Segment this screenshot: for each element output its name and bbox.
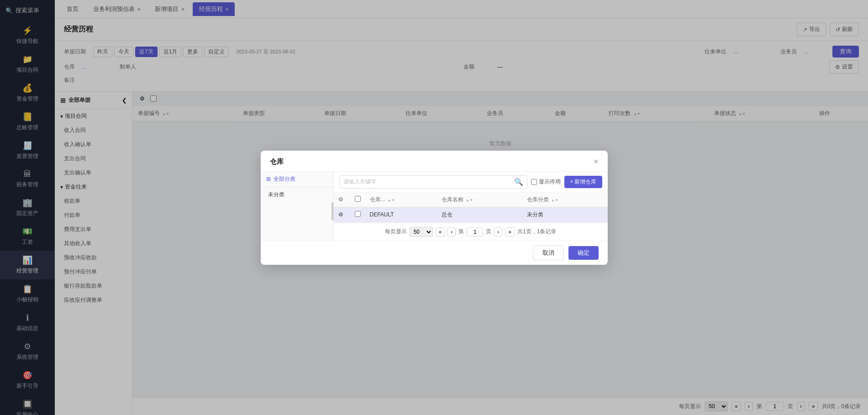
- modal-per-page-label: 每页显示: [385, 228, 407, 236]
- modal-col-settings: ⚙: [334, 193, 350, 207]
- modal-pagination: 每页显示 50 100 « ‹ 第 页 › » 共1页，1条记录: [334, 223, 608, 241]
- modal-col-checkbox: [350, 193, 365, 207]
- modal-title: 仓库: [270, 158, 284, 166]
- cancel-button[interactable]: 取消: [533, 246, 564, 260]
- show-disabled-check[interactable]: [531, 179, 537, 185]
- modal-col-code: 仓库... ▲▼: [365, 193, 437, 207]
- row-code: DEFAULT: [365, 207, 437, 222]
- modal-close-button[interactable]: ×: [594, 157, 599, 167]
- modal-total-text: 共1页，1条记录: [517, 228, 556, 236]
- modal-prev-btn[interactable]: ‹: [447, 227, 456, 236]
- left-scrollbar: [331, 202, 333, 221]
- row-checkbox[interactable]: [350, 207, 365, 222]
- row-settings[interactable]: ⚙: [334, 207, 350, 222]
- modal-actions: 取消 确定: [261, 241, 608, 265]
- modal-search-box[interactable]: 🔍: [339, 175, 528, 189]
- modal-header: 仓库 ×: [261, 151, 608, 172]
- all-categories-label: 全部分类: [274, 175, 295, 183]
- add-warehouse-button[interactable]: + 新增仓库: [564, 176, 602, 188]
- row-name: 总仓: [437, 207, 522, 222]
- modal-per-page-select[interactable]: 50 100: [410, 227, 433, 237]
- modal-overlay[interactable]: 仓库 × ⊞ 全部分类 未分类: [0, 0, 868, 415]
- grid2-icon: ⊞: [266, 176, 271, 182]
- confirm-button[interactable]: 确定: [568, 246, 599, 260]
- modal-last-btn[interactable]: »: [505, 227, 515, 236]
- modal-col-category: 仓库分类 ▲▼: [522, 193, 608, 207]
- modal-page-input[interactable]: [467, 227, 483, 236]
- modal-page-label2: 页: [486, 228, 491, 236]
- modal-table: ⚙ 仓库... ▲▼ 仓库名称 ▲▼: [334, 193, 608, 223]
- modal-search-input[interactable]: [343, 179, 512, 185]
- show-disabled-checkbox[interactable]: 显示停用: [531, 178, 561, 186]
- modal-next-btn[interactable]: ›: [494, 227, 502, 236]
- modal-col-name: 仓库名称 ▲▼: [437, 193, 522, 207]
- uncategorized-label: 未分类: [268, 191, 284, 198]
- modal-body: ⊞ 全部分类 未分类 🔍: [261, 172, 608, 241]
- modal-first-btn[interactable]: «: [436, 227, 445, 236]
- modal-toolbar: 🔍 显示停用 + 新增仓库: [334, 172, 608, 193]
- warehouse-modal: 仓库 × ⊞ 全部分类 未分类: [261, 151, 608, 265]
- show-disabled-label: 显示停用: [539, 178, 561, 186]
- row-category: 未分类: [522, 207, 608, 222]
- modal-select-all[interactable]: [355, 196, 361, 202]
- modal-left-panel: ⊞ 全部分类 未分类: [261, 172, 334, 241]
- all-categories-header[interactable]: ⊞ 全部分类: [261, 172, 333, 187]
- search2-icon: 🔍: [514, 178, 523, 186]
- modal-right-panel: 🔍 显示停用 + 新增仓库 ⚙: [334, 172, 608, 241]
- table-row[interactable]: ⚙ DEFAULT 总仓 未分类: [334, 207, 608, 222]
- modal-page-label: 第: [458, 228, 464, 236]
- uncategorized-item[interactable]: 未分类: [261, 187, 333, 202]
